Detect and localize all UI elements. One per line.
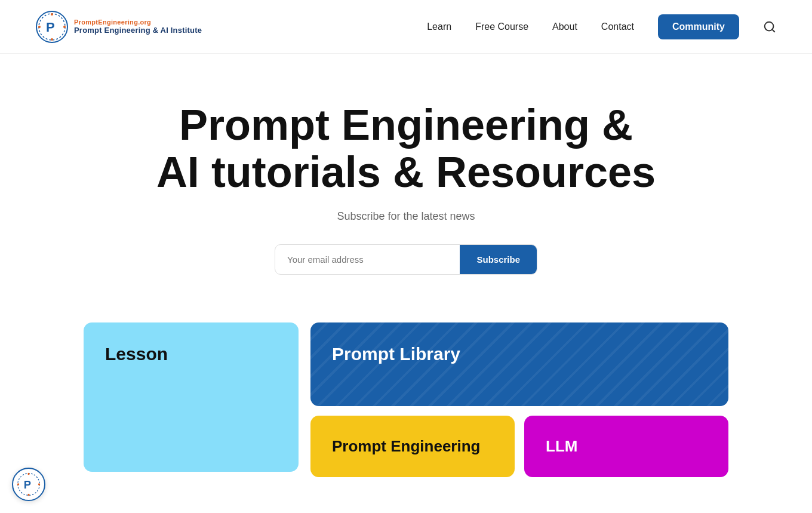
llm-card[interactable]: LLM [524, 416, 728, 477]
logo-area[interactable]: P PromptEngineering.org Prompt Engineeri… [36, 11, 202, 43]
prompt-library-card[interactable]: Prompt Library [310, 322, 728, 406]
nav-contact[interactable]: Contact [601, 21, 634, 32]
logo-bottom-text: Prompt Engineering & AI Institute [74, 26, 202, 35]
prompt-engineering-card[interactable]: Prompt Engineering [310, 416, 515, 477]
logo-top-text: PromptEngineering.org [74, 19, 202, 26]
prompt-engineering-title: Prompt Engineering [332, 437, 480, 455]
svg-line-7 [772, 29, 774, 32]
bottom-cards: Prompt Engineering LLM [310, 416, 728, 477]
llm-title: LLM [546, 437, 577, 455]
hero-title-line1: Prompt Engineering & [179, 101, 633, 149]
floating-logo-icon: P [17, 472, 41, 496]
hero-title-line2: AI tutorials & Resources [156, 148, 656, 196]
search-icon [763, 20, 776, 33]
community-button[interactable]: Community [658, 14, 739, 39]
svg-point-2 [51, 13, 53, 16]
hero-subtitle: Subscribe for the latest news [337, 210, 475, 223]
svg-point-13 [27, 494, 29, 496]
svg-point-10 [27, 473, 29, 475]
nav-free-course[interactable]: Free Course [475, 21, 528, 32]
right-cards: Prompt Library Prompt Engineering LLM [310, 322, 728, 477]
logo-text: PromptEngineering.org Prompt Engineering… [74, 19, 202, 35]
svg-point-11 [38, 483, 40, 485]
floating-logo[interactable]: P [12, 468, 45, 501]
prompt-library-title: Prompt Library [332, 344, 460, 364]
search-button[interactable] [763, 20, 776, 33]
svg-point-5 [51, 38, 53, 41]
svg-text:P: P [24, 478, 31, 491]
email-input[interactable] [275, 245, 460, 274]
main-nav: Learn Free Course About Contact Communit… [427, 14, 776, 39]
cards-section: Lesson Prompt Library Prompt Engineering… [0, 322, 812, 477]
site-header: P PromptEngineering.org Prompt Engineeri… [0, 0, 812, 54]
logo-icon: P [36, 11, 68, 43]
svg-point-3 [63, 26, 66, 28]
svg-point-4 [38, 26, 41, 28]
lesson-card-title: Lesson [105, 344, 168, 364]
subscribe-button[interactable]: Subscribe [460, 245, 537, 274]
nav-about[interactable]: About [552, 21, 577, 32]
nav-learn[interactable]: Learn [427, 21, 451, 32]
svg-text:P: P [46, 20, 55, 35]
lesson-card[interactable]: Lesson [84, 322, 299, 472]
subscribe-form: Subscribe [275, 244, 537, 275]
hero-title: Prompt Engineering & AI tutorials & Reso… [156, 102, 656, 196]
svg-point-12 [17, 483, 19, 485]
hero-section: Prompt Engineering & AI tutorials & Reso… [0, 54, 812, 322]
